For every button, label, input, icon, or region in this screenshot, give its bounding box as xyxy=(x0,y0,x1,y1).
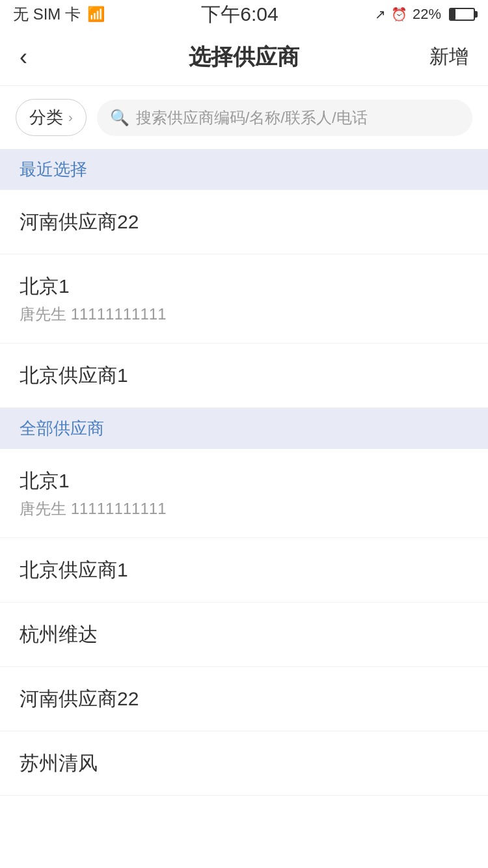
status-left: 无 SIM 卡 📶 xyxy=(13,4,105,25)
item-contact: 唐先生 11111111111 xyxy=(20,304,468,325)
battery-percent: 22% xyxy=(413,6,441,23)
item-name: 北京供应商1 xyxy=(20,556,468,584)
item-name: 河南供应商22 xyxy=(20,685,468,712)
list-item[interactable]: 苏州清风 xyxy=(0,731,488,796)
location-icon: ↗ xyxy=(375,7,386,22)
item-name: 河南供应商22 xyxy=(20,208,468,236)
search-box[interactable]: 🔍 搜索供应商编码/名称/联系人/电话 xyxy=(97,100,472,136)
chevron-icon: › xyxy=(68,110,73,125)
list-item[interactable]: 杭州维达 xyxy=(0,603,488,667)
add-button[interactable]: 新增 xyxy=(416,44,468,70)
list-item[interactable]: 北京供应商1 xyxy=(0,538,488,603)
battery-icon xyxy=(449,8,475,21)
category-filter[interactable]: 分类 › xyxy=(16,99,87,136)
item-name: 苏州清风 xyxy=(20,750,468,777)
item-name: 北京供应商1 xyxy=(20,362,468,389)
search-placeholder: 搜索供应商编码/名称/联系人/电话 xyxy=(136,107,368,128)
sim-text: 无 SIM 卡 xyxy=(13,4,81,25)
supplier-list: 最近选择河南供应商22北京1唐先生 11111111111北京供应商1全部供应商… xyxy=(0,149,488,796)
category-label: 分类 xyxy=(29,106,63,129)
item-name: 杭州维达 xyxy=(20,621,468,648)
wifi-icon: 📶 xyxy=(87,6,105,23)
page-title: 选择供应商 xyxy=(72,42,416,72)
list-item[interactable]: 北京供应商1 xyxy=(0,344,488,408)
status-time: 下午6:04 xyxy=(201,1,278,28)
list-item[interactable]: 北京1唐先生 11111111111 xyxy=(0,449,488,538)
item-name: 北京1 xyxy=(20,273,468,300)
filter-bar: 分类 › 🔍 搜索供应商编码/名称/联系人/电话 xyxy=(0,86,488,149)
back-button[interactable]: ‹ xyxy=(20,44,72,71)
list-item[interactable]: 河南供应商22 xyxy=(0,190,488,254)
search-icon: 🔍 xyxy=(110,109,129,127)
list-item[interactable]: 河南供应商22 xyxy=(0,667,488,731)
list-item[interactable]: 北京1唐先生 11111111111 xyxy=(0,254,488,344)
status-bar: 无 SIM 卡 📶 下午6:04 ↗ ⏰ 22% xyxy=(0,0,488,29)
section-header-all: 全部供应商 xyxy=(0,408,488,449)
alarm-icon: ⏰ xyxy=(391,7,407,22)
item-contact: 唐先生 11111111111 xyxy=(20,498,468,519)
status-right: ↗ ⏰ 22% xyxy=(375,6,475,23)
item-name: 北京1 xyxy=(20,467,468,495)
section-header-recent: 最近选择 xyxy=(0,149,488,190)
nav-bar: ‹ 选择供应商 新增 xyxy=(0,29,488,86)
